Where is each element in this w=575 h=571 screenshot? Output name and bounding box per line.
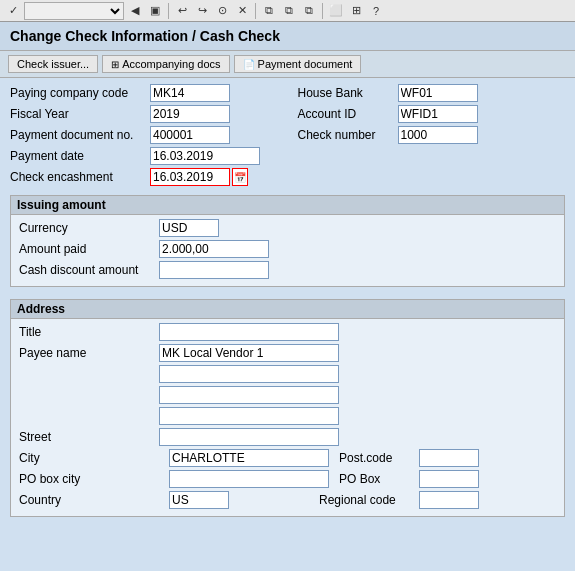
address-content: Title Payee name Street	[11, 319, 564, 516]
address-title: Address	[11, 300, 564, 319]
city-input[interactable]	[169, 449, 329, 467]
payment-date-label: Payment date	[10, 149, 150, 163]
amount-paid-row: Amount paid	[19, 240, 556, 258]
payee-name-row: Payee name	[19, 344, 556, 362]
check-number-input[interactable]	[398, 126, 478, 144]
payment-document-button[interactable]: 📄 Payment document	[234, 55, 362, 73]
currency-input[interactable]	[159, 219, 219, 237]
house-bank-input[interactable]	[398, 84, 478, 102]
undo-icon[interactable]: ↩	[173, 2, 191, 20]
check-issuer-label: Check issuer...	[17, 58, 89, 70]
copy-icon[interactable]: ⧉	[260, 2, 278, 20]
amount-paid-label: Amount paid	[19, 242, 159, 256]
check-issuer-button[interactable]: Check issuer...	[8, 55, 98, 73]
account-id-input[interactable]	[398, 105, 478, 123]
cash-discount-row: Cash discount amount	[19, 261, 556, 279]
payee-line2-row	[19, 365, 556, 383]
paste-icon[interactable]: ⧉	[280, 2, 298, 20]
page-icon[interactable]: ▣	[146, 2, 164, 20]
payee-name-input[interactable]	[159, 344, 339, 362]
find-icon[interactable]: ⧉	[300, 2, 318, 20]
grid-icon[interactable]: ⊞	[347, 2, 365, 20]
dropdown-select[interactable]	[24, 2, 124, 20]
payment-document-label: Payment document	[258, 58, 353, 70]
top-form: Paying company code Fiscal Year Payment …	[10, 84, 565, 189]
redo-icon[interactable]: ↪	[193, 2, 211, 20]
accompanying-docs-button[interactable]: ⊞ Accompanying docs	[102, 55, 229, 73]
check-encashment-input[interactable]	[150, 168, 230, 186]
fiscal-year-row: Fiscal Year	[10, 105, 278, 123]
city-postcode-row: City Post.code	[19, 449, 556, 467]
payment-doc-no-row: Payment document no.	[10, 126, 278, 144]
separator	[168, 3, 169, 19]
pobox-input[interactable]	[419, 470, 479, 488]
check-number-label: Check number	[298, 128, 398, 142]
cash-discount-label: Cash discount amount	[19, 263, 159, 277]
issuing-amount-content: Currency Amount paid Cash discount amoun…	[11, 215, 564, 286]
postcode-label: Post.code	[339, 451, 409, 465]
title-input[interactable]	[159, 323, 339, 341]
currency-row: Currency	[19, 219, 556, 237]
paying-company-code-label: Paying company code	[10, 86, 150, 100]
payee-line4-row	[19, 407, 556, 425]
circle-icon[interactable]: ⊙	[213, 2, 231, 20]
country-row: Country Regional code	[19, 491, 556, 509]
payee-line3-input[interactable]	[159, 386, 339, 404]
address-section: Address Title Payee name	[10, 299, 565, 517]
country-input[interactable]	[169, 491, 229, 509]
amount-paid-input[interactable]	[159, 240, 269, 258]
street-label: Street	[19, 430, 159, 444]
regional-code-input[interactable]	[419, 491, 479, 509]
payment-date-row: Payment date	[10, 147, 278, 165]
payment-doc-no-input[interactable]	[150, 126, 230, 144]
pobox-city-label: PO box city	[19, 472, 159, 486]
title-field-label: Title	[19, 325, 159, 339]
payment-date-input[interactable]	[150, 147, 260, 165]
check-encashment-row: Check encashment 📅	[10, 168, 278, 186]
calendar-button[interactable]: 📅	[232, 168, 248, 186]
paying-company-code-row: Paying company code	[10, 84, 278, 102]
city-label: City	[19, 451, 159, 465]
check-encashment-container: 📅	[150, 168, 248, 186]
accompanying-docs-label: Accompanying docs	[122, 58, 220, 70]
separator2	[255, 3, 256, 19]
country-label: Country	[19, 493, 159, 507]
street-input[interactable]	[159, 428, 339, 446]
pobox-city-input[interactable]	[169, 470, 329, 488]
regional-code-label: Regional code	[319, 493, 409, 507]
table-icon: ⊞	[111, 59, 119, 70]
issuing-amount-section: Issuing amount Currency Amount paid Cash…	[10, 195, 565, 287]
fiscal-year-input[interactable]	[150, 105, 230, 123]
house-bank-row: House Bank	[298, 84, 566, 102]
payee-line2-input[interactable]	[159, 365, 339, 383]
left-form: Paying company code Fiscal Year Payment …	[10, 84, 278, 189]
page-title: Change Check Information / Cash Check	[0, 22, 575, 51]
x-icon[interactable]: ✕	[233, 2, 251, 20]
help-icon[interactable]: ?	[367, 2, 385, 20]
house-bank-label: House Bank	[298, 86, 398, 100]
fiscal-year-label: Fiscal Year	[10, 107, 150, 121]
button-bar: Check issuer... ⊞ Accompanying docs 📄 Pa…	[0, 51, 575, 78]
checkmark-icon[interactable]: ✓	[4, 2, 22, 20]
payee-line4-input[interactable]	[159, 407, 339, 425]
cash-discount-input[interactable]	[159, 261, 269, 279]
account-id-label: Account ID	[298, 107, 398, 121]
paying-company-code-input[interactable]	[150, 84, 230, 102]
title-row: Title	[19, 323, 556, 341]
issuing-amount-title: Issuing amount	[11, 196, 564, 215]
payment-doc-no-label: Payment document no.	[10, 128, 150, 142]
pobox-label: PO Box	[339, 472, 409, 486]
doc-icon: 📄	[243, 59, 255, 70]
back-icon[interactable]: ◀	[126, 2, 144, 20]
currency-label: Currency	[19, 221, 159, 235]
street-row: Street	[19, 428, 556, 446]
postcode-input[interactable]	[419, 449, 479, 467]
toolbar: ✓ ◀ ▣ ↩ ↪ ⊙ ✕ ⧉ ⧉ ⧉ ⬜ ⊞ ?	[0, 0, 575, 22]
separator3	[322, 3, 323, 19]
right-form: House Bank Account ID Check number	[298, 84, 566, 189]
check-number-row: Check number	[298, 126, 566, 144]
account-id-row: Account ID	[298, 105, 566, 123]
payee-line3-row	[19, 386, 556, 404]
print-icon[interactable]: ⬜	[327, 2, 345, 20]
pobox-city-row: PO box city PO Box	[19, 470, 556, 488]
